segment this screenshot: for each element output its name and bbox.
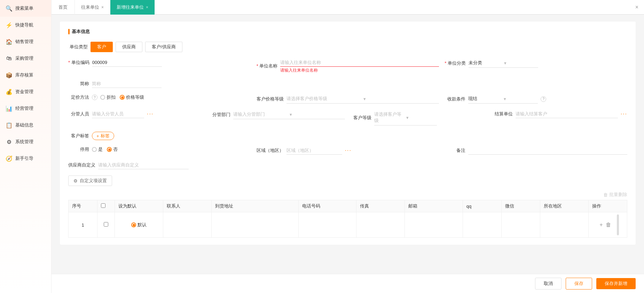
code-name-category-row: 单位编码 单位名称 请输入往来单位名称 单位分类 [68, 58, 627, 73]
row-contact[interactable] [163, 212, 212, 238]
finance-icon: 💰 [6, 88, 13, 95]
row-tel-input[interactable] [302, 222, 353, 228]
operations-icon: 📊 [6, 105, 13, 112]
row-fax-input[interactable] [360, 222, 401, 228]
row-address[interactable] [211, 212, 298, 238]
type-btn-both[interactable]: 客户/供应商 [145, 42, 182, 52]
row-qq-input[interactable] [466, 222, 498, 228]
sidebar-item-label: 采购管理 [15, 55, 33, 62]
row-fax[interactable] [356, 212, 405, 238]
delete-row-btn[interactable]: 🗑 [606, 222, 611, 228]
radio-yes[interactable]: 是 [92, 146, 103, 153]
row-email[interactable] [405, 212, 463, 238]
row-default-radio[interactable]: 默认 [118, 222, 159, 228]
row-email-input[interactable] [408, 222, 459, 228]
batch-delete-icon: 🗑 [603, 192, 608, 197]
tab-partners[interactable]: 往来单位 × [75, 0, 110, 15]
system-icon: ⚙ [6, 138, 13, 145]
sidebar-item-quick-nav[interactable]: ⚡ 快捷导航 [0, 17, 51, 33]
sidebar-item-operations[interactable]: 📊 经营管理 [0, 100, 51, 117]
short-name-input[interactable] [92, 80, 162, 88]
row-region-input[interactable] [544, 222, 585, 228]
customer-price-level-select[interactable]: 请选择客户价格等级 ▾ [286, 94, 439, 104]
short-name-group: 简称 [68, 80, 627, 88]
select-all-checkbox[interactable] [101, 203, 105, 208]
type-btn-customer[interactable]: 客户 [91, 42, 113, 52]
cancel-button[interactable]: 取消 [535, 278, 561, 290]
manager-input[interactable] [92, 110, 144, 118]
region-more-icon[interactable]: ··· [345, 147, 352, 154]
radio-price-level[interactable]: 价格等级 [120, 94, 144, 100]
col-tel: 电话号码 [298, 200, 356, 212]
sidebar-item-purchase[interactable]: 🛍 采购管理 [0, 50, 51, 67]
row-contact-input[interactable] [167, 222, 208, 228]
tab-close-partners[interactable]: × [101, 5, 104, 10]
customer-level-select[interactable]: 请选择客户等级 ▾ [374, 110, 437, 125]
sidebar-item-newbie[interactable]: 🧭 新手引导 [0, 150, 51, 167]
sidebar-item-label: 新手引导 [15, 155, 33, 162]
settlement-unit-more-icon[interactable]: ··· [621, 111, 627, 117]
sidebar-item-finance[interactable]: 💰 资金管理 [0, 83, 51, 100]
sidebar-item-basic-info[interactable]: 📋 基础信息 [0, 117, 51, 133]
department-select[interactable]: 请输入分管部门 ▾ [233, 110, 345, 119]
row-region[interactable] [540, 212, 588, 238]
tab-home[interactable]: 首页 [52, 0, 75, 15]
radio-no[interactable]: 否 [107, 146, 118, 153]
tab-close-new-partner[interactable]: × [146, 5, 148, 10]
radio-price-level-circle [120, 95, 125, 100]
chevron-down-icon: ▾ [290, 112, 345, 117]
sidebar-item-inventory[interactable]: 📦 库存核算 [0, 67, 51, 83]
row-cb [97, 212, 115, 238]
close-all-tabs[interactable]: × [630, 4, 644, 10]
sidebar-item-label: 库存核算 [15, 72, 33, 78]
type-btn-supplier[interactable]: 供应商 [116, 42, 142, 52]
row-checkbox[interactable] [104, 222, 108, 227]
add-row-btn[interactable]: + [599, 222, 603, 228]
batch-delete-label[interactable]: 批量删除 [609, 192, 627, 198]
remark-input[interactable] [468, 146, 627, 155]
manager-more-icon[interactable]: ··· [147, 111, 154, 117]
sidebar-item-search[interactable]: 🔍 搜索菜单 [0, 0, 51, 17]
scrollbar[interactable] [617, 214, 619, 235]
sidebar-item-sales[interactable]: 🏠 销售管理 [0, 33, 51, 50]
region-input[interactable] [286, 146, 342, 155]
sidebar-item-system[interactable]: ⚙ 系统管理 [0, 133, 51, 150]
settlement-unit-input[interactable] [516, 110, 618, 118]
unit-name-input[interactable] [280, 58, 439, 67]
save-button[interactable]: 保存 [566, 278, 592, 290]
customer-tag-label: 客户标签 [68, 133, 89, 139]
customize-settings-button[interactable]: ⚙ 自定义项设置 [68, 176, 112, 186]
add-tag-button[interactable]: + 标签 [92, 132, 114, 140]
quick-nav-icon: ⚡ [6, 22, 13, 29]
sidebar-item-label: 系统管理 [15, 139, 33, 145]
table-header-row: 序号 设为默认 联系人 到货地址 [69, 200, 627, 212]
radio-discount[interactable]: 折扣 [100, 94, 116, 100]
row-tel[interactable] [298, 212, 356, 238]
section-icon [68, 29, 70, 34]
row-address-input[interactable] [215, 222, 295, 228]
pricing-help-icon[interactable]: ? [92, 95, 97, 100]
unit-name-error: 请输入往来单位名称 [280, 67, 439, 73]
payment-terms-select[interactable]: 现结 ▾ [468, 94, 538, 104]
unit-category-select[interactable]: 未分类 ▾ [469, 58, 538, 68]
table-row: 1 默认 [69, 212, 627, 238]
save-new-button[interactable]: 保存并新增 [596, 278, 636, 289]
customer-level-group: 客户等级 请选择客户等级 ▾ [351, 110, 486, 125]
disabled-group: 停用 是 否 [68, 146, 251, 153]
pricing-method-label: 定价方法 [68, 94, 89, 100]
col-region: 所在地区 [540, 200, 588, 212]
col-email: 邮箱 [405, 200, 463, 212]
manager-label: 分管人员 [68, 111, 89, 117]
payment-help-icon[interactable]: ? [541, 96, 546, 102]
row-qq[interactable] [463, 212, 501, 238]
tab-new-partner[interactable]: 新增往来单位 × [110, 0, 155, 15]
col-op: 操作 [588, 200, 627, 212]
row-wechat[interactable] [501, 212, 540, 238]
disabled-radio-group: 是 否 [92, 146, 118, 153]
unit-code-input[interactable] [92, 58, 162, 67]
supplier-custom-input[interactable] [98, 161, 189, 169]
tab-bar: 首页 往来单位 × 新增往来单位 × × [52, 0, 644, 15]
col-qq: qq [463, 200, 501, 212]
unit-name-group: 单位名称 请输入往来单位名称 [257, 58, 439, 73]
row-wechat-input[interactable] [505, 222, 536, 228]
